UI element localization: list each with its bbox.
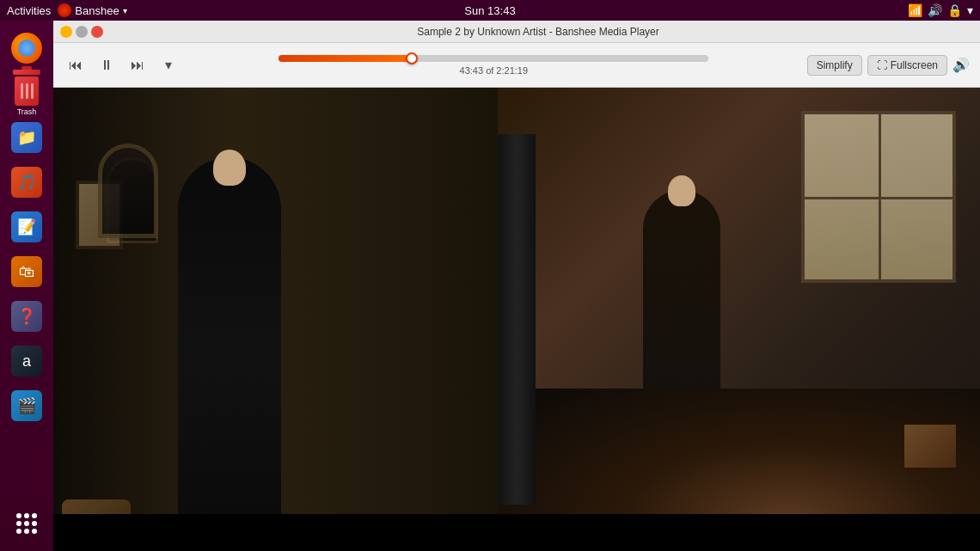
system-clock: Sun 13:43 — [464, 4, 515, 17]
writer-icon: 📝 — [11, 211, 42, 242]
left-figure — [178, 157, 281, 551]
next-button[interactable]: ⏭ — [126, 53, 150, 77]
fullscreen-label: Fullscreen — [891, 59, 938, 71]
sidebar: Trash 📁 🎵 📝 🛍 ❓ a 🎬 — [0, 21, 53, 551]
trash-icon — [13, 70, 40, 106]
scene-divider — [498, 134, 535, 505]
fullscreen-button[interactable]: ⛶ Fullscreen — [867, 55, 947, 76]
right-figure-head — [668, 175, 695, 206]
sidebar-item-firefox[interactable] — [6, 28, 47, 69]
prev-button[interactable]: ⏮ — [64, 53, 88, 77]
player-window: Sample 2 by Unknown Artist - Banshee Med… — [53, 21, 980, 551]
top-bar-right: 📶 🔊 🔒 ▾ — [908, 3, 973, 17]
trash-line — [26, 83, 28, 99]
trash-line — [31, 83, 34, 99]
sidebar-item-appstore[interactable]: 🛍 — [6, 251, 47, 292]
sidebar-item-music[interactable]: 🎵 — [6, 162, 47, 203]
window-v-frame — [879, 114, 881, 279]
power-icon[interactable]: ▾ — [967, 3, 973, 17]
trash-label: Trash — [17, 107, 37, 116]
right-window — [801, 111, 956, 283]
trash-body — [15, 77, 39, 106]
banshee-app-icon — [58, 3, 71, 17]
movie-scene — [53, 88, 980, 551]
amazon-icon: a — [11, 346, 42, 377]
sidebar-item-appgrid[interactable] — [6, 503, 47, 544]
appstore-icon: 🛍 — [11, 256, 42, 287]
toolbar: ⏮ ⏸ ⏭ ▾ 43:43 of 2:21:19 Simplify ⛶ Full… — [53, 43, 980, 88]
progress-thumb — [406, 52, 418, 64]
progress-time: 43:43 of 2:21:19 — [460, 65, 529, 76]
more-button[interactable]: ▾ — [156, 53, 181, 77]
files-icon: 📁 — [11, 122, 42, 153]
music-icon: 🎵 — [11, 167, 42, 198]
top-bar: Activities Banshee ▾ Sun 13:43 📶 🔊 🔒 ▾ — [0, 0, 980, 21]
sidebar-item-trash[interactable]: Trash — [6, 72, 47, 113]
maximize-button[interactable] — [76, 26, 88, 38]
progress-filled — [279, 55, 412, 62]
trash-lid — [13, 70, 40, 75]
wifi-icon[interactable]: 📶 — [908, 3, 922, 17]
simplify-button[interactable]: Simplify — [807, 55, 862, 76]
clock-time: Sun 13:43 — [464, 4, 515, 17]
arch-window — [98, 144, 158, 238]
system-indicator[interactable]: 🔒 — [947, 3, 962, 17]
fullscreen-icon: ⛶ — [877, 59, 887, 71]
minimize-button[interactable] — [60, 26, 72, 38]
firefox-icon — [11, 33, 42, 64]
window-titlebar: Sample 2 by Unknown Artist - Banshee Med… — [53, 21, 980, 43]
scene-right — [498, 88, 980, 551]
play-pause-button[interactable]: ⏸ — [95, 53, 119, 77]
banshee-menu[interactable]: Banshee ▾ — [58, 3, 126, 17]
volume-button[interactable]: 🔊 — [952, 57, 970, 73]
appgrid-icon — [16, 513, 37, 534]
banshee-menu-label: Banshee — [75, 4, 119, 17]
scene-left — [53, 88, 498, 551]
sidebar-item-banshee[interactable]: 🎬 — [6, 385, 47, 426]
firefox-inner — [18, 40, 35, 57]
toolbar-right: Simplify ⛶ Fullscreen 🔊 — [807, 55, 970, 76]
volume-icon[interactable]: 🔊 — [928, 3, 942, 17]
trash-line — [21, 83, 23, 99]
side-table — [904, 425, 956, 468]
video-area — [53, 88, 980, 551]
banshee-dock-icon: 🎬 — [11, 390, 42, 421]
sidebar-item-help[interactable]: ❓ — [6, 296, 47, 337]
close-button[interactable] — [91, 26, 103, 38]
banshee-dropdown-arrow: ▾ — [123, 6, 127, 15]
sidebar-item-files[interactable]: 📁 — [6, 117, 47, 158]
left-figure-head — [213, 150, 246, 186]
sidebar-item-amazon[interactable]: a — [6, 340, 47, 382]
activities-button[interactable]: Activities — [7, 4, 51, 17]
window-controls — [60, 26, 103, 38]
top-bar-left: Activities Banshee ▾ — [7, 3, 127, 17]
sidebar-item-writer[interactable]: 📝 — [6, 206, 47, 248]
window-title: Sample 2 by Unknown Artist - Banshee Med… — [103, 26, 973, 38]
progress-area: 43:43 of 2:21:19 — [187, 55, 800, 76]
progress-bar[interactable] — [279, 55, 708, 62]
help-icon: ❓ — [11, 301, 42, 332]
trash-lines — [21, 83, 34, 99]
letterbox-bottom — [53, 514, 980, 551]
